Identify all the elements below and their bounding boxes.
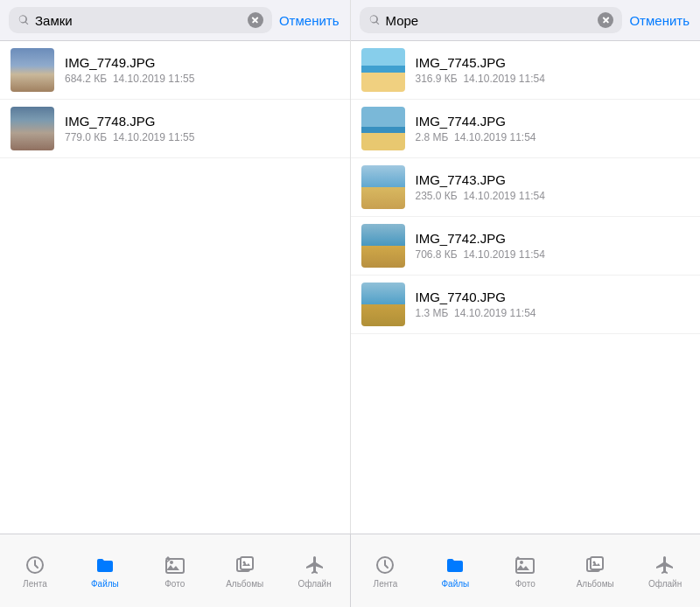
left-panel: Замки Отменить IMG_7749.JPG 684.2 КБ 14.…	[0, 0, 351, 534]
file-info: IMG_7745.JPG 316.9 КБ 14.10.2019 11:54	[416, 55, 690, 85]
svg-rect-9	[516, 559, 534, 573]
folder-icon	[94, 554, 116, 576]
albums-icon	[234, 554, 256, 576]
list-item[interactable]: IMG_7743.JPG 235.0 КБ 14.10.2019 11:54	[351, 158, 701, 217]
tab-label: Лента	[374, 579, 398, 589]
file-info: IMG_7744.JPG 2.8 МБ 14.10.2019 11:54	[416, 114, 690, 143]
right-cancel-button[interactable]: Отменить	[627, 13, 691, 28]
tab-albums-left[interactable]: Альбомы	[210, 534, 280, 607]
right-search-bar: Море Отменить	[351, 0, 701, 41]
tab-offline-right[interactable]: Офлайн	[630, 534, 700, 607]
svg-point-8	[520, 561, 523, 564]
thumbnail	[361, 48, 405, 92]
tab-files-left[interactable]: Файлы	[70, 534, 140, 607]
svg-marker-3	[165, 556, 171, 559]
tab-albums-right[interactable]: Альбомы	[560, 534, 630, 607]
file-info: IMG_7749.JPG 684.2 КБ 14.10.2019 11:55	[65, 55, 340, 85]
thumbnail	[361, 107, 405, 150]
left-file-list: IMG_7749.JPG 684.2 КБ 14.10.2019 11:55 I…	[0, 41, 350, 534]
thumbnail	[10, 48, 54, 92]
thumbnail	[10, 107, 54, 150]
right-tab-section: Лента Файлы Фото	[351, 534, 701, 607]
list-item[interactable]: IMG_7742.JPG 706.8 КБ 14.10.2019 11:54	[351, 217, 701, 276]
tab-files-right[interactable]: Файлы	[420, 534, 490, 607]
file-name: IMG_7744.JPG	[416, 114, 690, 129]
thumbnail	[361, 165, 405, 209]
file-meta: 779.0 КБ 14.10.2019 11:55	[65, 131, 340, 143]
left-search-input[interactable]: Замки	[35, 13, 242, 28]
clock-icon	[24, 554, 46, 576]
svg-point-6	[242, 561, 245, 563]
tab-label: Фото	[515, 579, 536, 589]
right-search-input[interactable]: Море	[386, 13, 593, 28]
file-info: IMG_7740.JPG 1.3 МБ 14.10.2019 11:54	[416, 290, 690, 319]
file-name: IMG_7743.JPG	[416, 172, 690, 187]
file-info: IMG_7743.JPG 235.0 КБ 14.10.2019 11:54	[416, 172, 690, 202]
tab-label: Лента	[23, 579, 47, 589]
file-name: IMG_7742.JPG	[416, 231, 690, 246]
tab-bar: Лента Файлы Фото	[0, 534, 700, 607]
file-name: IMG_7745.JPG	[416, 55, 690, 70]
tab-label: Альбомы	[577, 579, 614, 589]
photo-icon	[514, 554, 536, 576]
right-clear-button[interactable]	[598, 12, 613, 28]
clock-icon	[374, 554, 396, 576]
tab-photo-right[interactable]: Фото	[490, 534, 560, 607]
left-cancel-button[interactable]: Отменить	[277, 13, 341, 28]
search-icon	[368, 14, 381, 26]
tab-photo-left[interactable]: Фото	[140, 534, 210, 607]
file-meta: 706.8 КБ 14.10.2019 11:54	[416, 248, 690, 261]
thumbnail	[361, 283, 405, 326]
right-file-list: IMG_7745.JPG 316.9 КБ 14.10.2019 11:54 I…	[351, 41, 701, 534]
file-name: IMG_7748.JPG	[65, 114, 340, 129]
list-item[interactable]: IMG_7740.JPG 1.3 МБ 14.10.2019 11:54	[351, 276, 701, 334]
search-icon	[18, 14, 30, 26]
file-name: IMG_7749.JPG	[65, 55, 340, 70]
right-panel: Море Отменить IMG_7745.JPG 316.9 КБ 14.1…	[351, 0, 701, 534]
svg-point-13	[593, 561, 596, 563]
file-info: IMG_7748.JPG 779.0 КБ 14.10.2019 11:55	[65, 114, 340, 143]
left-search-bar: Замки Отменить	[0, 0, 350, 41]
left-clear-button[interactable]	[248, 12, 263, 28]
file-meta: 1.3 МБ 14.10.2019 11:54	[416, 307, 690, 319]
albums-icon	[584, 554, 606, 576]
file-meta: 684.2 КБ 14.10.2019 11:55	[65, 73, 340, 85]
svg-point-1	[170, 561, 173, 564]
tab-label: Фото	[164, 579, 185, 589]
tab-label: Офлайн	[648, 579, 682, 589]
list-item[interactable]: IMG_7744.JPG 2.8 МБ 14.10.2019 11:54	[351, 100, 701, 158]
tab-lenta-left[interactable]: Лента	[0, 534, 70, 607]
folder-icon	[444, 554, 466, 576]
tab-offline-left[interactable]: Офлайн	[280, 534, 350, 607]
left-search-wrapper[interactable]: Замки	[9, 7, 272, 33]
airplane-icon	[304, 554, 326, 576]
tab-lenta-right[interactable]: Лента	[351, 534, 421, 607]
airplane-icon	[654, 554, 676, 576]
right-search-wrapper[interactable]: Море	[360, 7, 623, 33]
file-info: IMG_7742.JPG 706.8 КБ 14.10.2019 11:54	[416, 231, 690, 261]
tab-label: Офлайн	[298, 579, 331, 589]
list-item[interactable]: IMG_7745.JPG 316.9 КБ 14.10.2019 11:54	[351, 41, 701, 100]
photo-icon	[164, 554, 186, 576]
svg-rect-5	[241, 557, 253, 569]
tab-label: Файлы	[441, 579, 469, 589]
file-meta: 316.9 КБ 14.10.2019 11:54	[416, 73, 690, 85]
thumbnail	[361, 224, 405, 268]
svg-marker-10	[515, 556, 521, 559]
file-meta: 235.0 КБ 14.10.2019 11:54	[416, 190, 690, 202]
tab-label: Файлы	[91, 579, 119, 589]
file-meta: 2.8 МБ 14.10.2019 11:54	[416, 131, 690, 143]
list-item[interactable]: IMG_7748.JPG 779.0 КБ 14.10.2019 11:55	[0, 100, 350, 158]
main-content: Замки Отменить IMG_7749.JPG 684.2 КБ 14.…	[0, 0, 700, 534]
left-tab-section: Лента Файлы Фото	[0, 534, 350, 607]
svg-rect-12	[591, 557, 603, 569]
file-name: IMG_7740.JPG	[416, 290, 690, 304]
tab-label: Альбомы	[226, 579, 263, 589]
list-item[interactable]: IMG_7749.JPG 684.2 КБ 14.10.2019 11:55	[0, 41, 350, 100]
